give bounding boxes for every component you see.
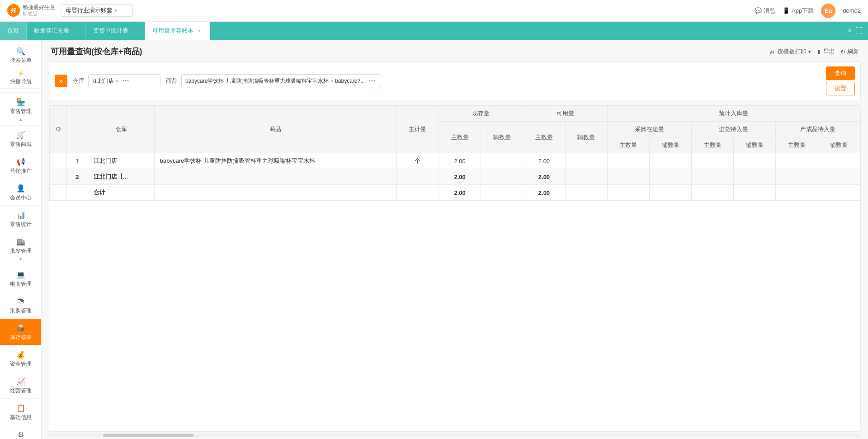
tfoot-unit: [396, 185, 439, 201]
data-table: ⚙ 仓库 商品 主计量 现存量: [49, 105, 860, 201]
sidebar-quick-nav-button[interactable]: ⚡ 快捷导航: [0, 68, 41, 89]
warehouse-value: 江北门店: [92, 77, 114, 85]
print-button[interactable]: 🖨 按模板打印 ▾: [769, 47, 811, 56]
td-stock-main: 2.00: [439, 153, 481, 169]
td-group-stock-main: 2.00: [439, 169, 481, 185]
sidebar-item-marketing-label: 营销推广: [10, 167, 32, 175]
marketing-icon: 📢: [16, 157, 25, 166]
warehouse-tag: 江北门店 ×: [92, 77, 118, 85]
sidebar-item-retail-stats[interactable]: 📊 零售统计: [0, 206, 41, 232]
filter-toggle-button[interactable]: »: [55, 75, 67, 87]
avatar[interactable]: Ea: [821, 4, 835, 18]
td-group-pur-main: [607, 169, 649, 185]
tfoot-stock-main: 2.00: [439, 185, 481, 201]
table-settings-icon[interactable]: ⚙: [55, 125, 61, 133]
scrollbar-thumb[interactable]: [103, 434, 193, 437]
th-inbound-aux: 辅数量: [734, 137, 776, 153]
sidebar-item-finance[interactable]: 💰 资金管理: [0, 345, 41, 372]
sidebar-search-button[interactable]: 🔍 搜索菜单: [0, 43, 41, 68]
sidebar-item-purchase-mgmt[interactable]: 🛍 采购管理: [0, 292, 41, 319]
td-group-pur-aux: [649, 169, 691, 185]
td-group-product-main: [776, 169, 818, 185]
product-tag-1: babycare学饮杯 儿童防摔防撞吸管杯重力球吸嘴杯宝宝水杯 ×: [185, 77, 333, 85]
th-stock-main: 主数量: [439, 122, 481, 153]
app-download-button[interactable]: 📱 App下载: [783, 7, 814, 15]
setting-button[interactable]: 设置: [826, 82, 855, 95]
retail-mall-icon: 🛒: [16, 130, 25, 139]
td-group-avail-main: 2.00: [523, 169, 565, 185]
warehouse-more-btn[interactable]: ···: [120, 76, 131, 86]
product-label: 商品: [166, 77, 178, 85]
td-pur-transit-main: [607, 153, 649, 169]
export-button[interactable]: ⬆ 导出: [816, 47, 835, 56]
sidebar-item-basic-info[interactable]: 📋 基础信息: [0, 399, 41, 425]
sidebar-item-ecommerce[interactable]: 💻 电商管理: [0, 265, 41, 292]
warehouse-input[interactable]: 江北门店 × ···: [88, 74, 160, 88]
industry-select[interactable]: 母婴行业演示账套 ▾: [61, 4, 133, 17]
avatar-text: Ea: [825, 7, 832, 14]
tab-receive-summary[interactable]: 收发存汇总表 ×: [27, 22, 86, 40]
product-more-btn[interactable]: ···: [367, 76, 377, 86]
logo-icon: 好: [7, 4, 20, 17]
export-label: 导出: [823, 47, 835, 56]
sidebar-item-system-mgmt[interactable]: ⚙ 系统管理: [0, 425, 41, 439]
query-button[interactable]: 查询: [826, 66, 855, 80]
tab-fullscreen-button[interactable]: ⛶: [855, 27, 863, 35]
download-icon: 📱: [783, 7, 790, 14]
sidebar-item-retail-mgmt[interactable]: 🏪 零售管理 ▲: [0, 93, 41, 126]
tab-order-stats[interactable]: 要货单统计表 ×: [86, 22, 145, 40]
product-tag-1-close[interactable]: ×: [330, 78, 333, 84]
th-product-aux: 辅数量: [818, 137, 860, 153]
filter-button-group: 查询 设置: [826, 66, 855, 95]
tab-order-stats-close[interactable]: ×: [131, 28, 137, 34]
td-group-settings: [50, 169, 67, 185]
th-settings: ⚙: [50, 106, 67, 153]
tfoot-inbound-main: [692, 185, 734, 201]
sidebar-item-member-center[interactable]: 👤 会员中心: [0, 179, 41, 206]
sidebar-item-inventory[interactable]: 📦 库存核算: [0, 319, 41, 345]
tfoot-avail-aux: [565, 185, 607, 201]
tab-close-all-button[interactable]: ×: [848, 27, 852, 35]
sidebar-item-member-center-label: 会员中心: [10, 194, 32, 202]
th-main-unit: 主计量: [396, 106, 439, 153]
logo-text-group: 畅捷通好生意 标准版: [23, 4, 55, 17]
horizontal-scrollbar[interactable]: [49, 434, 861, 437]
sidebar-item-basic-info-label: 基础信息: [10, 414, 32, 421]
sidebar-item-retail-mall[interactable]: 🛒 零售商城: [0, 126, 41, 152]
warehouse-tag-close[interactable]: ×: [116, 78, 118, 84]
tab-home[interactable]: 首页: [0, 22, 27, 40]
ecommerce-icon: 💻: [16, 270, 25, 279]
product-value-1: babycare学饮杯 儿童防摔防撞吸管杯重力球吸嘴杯宝宝水杯: [185, 77, 329, 85]
operations-icon: 📈: [16, 377, 25, 386]
sidebar-item-operations[interactable]: 📈 经营管理: [0, 372, 41, 399]
product-input[interactable]: babycare学饮杯 儿童防摔防撞吸管杯重力球吸嘴杯宝宝水杯 × babyca…: [181, 74, 381, 88]
tfoot-stock-aux: [481, 185, 523, 201]
sidebar-item-wholesale-mgmt-label: 批发管理: [10, 247, 32, 255]
tfoot-pur-aux: [649, 185, 691, 201]
industry-label: 母婴行业演示账套: [66, 6, 113, 14]
tfoot-product-main: [776, 185, 818, 201]
td-group-product-aux: [818, 169, 860, 185]
tab-available-inventory-close[interactable]: ×: [196, 28, 203, 34]
th-pur-main: 主数量: [607, 137, 649, 153]
member-center-icon: 👤: [16, 184, 25, 193]
table-row: 1 江北门店 babycare学饮杯 儿童防摔防撞吸管杯重力球吸嘴杯宝宝水杯 个…: [50, 153, 860, 169]
td-group-unit: [396, 169, 439, 185]
sidebar-item-marketing[interactable]: 📢 营销推广: [0, 152, 41, 179]
message-icon: 💬: [755, 7, 762, 14]
tfoot-index: [67, 185, 88, 201]
tab-receive-summary-close[interactable]: ×: [72, 28, 78, 34]
logo: 好 畅捷通好生意 标准版: [7, 4, 55, 17]
message-button[interactable]: 💬 消息: [755, 7, 775, 15]
tab-available-inventory[interactable]: 可用量库存账本 ×: [145, 22, 210, 40]
purchase-mgmt-icon: 🛍: [16, 297, 25, 306]
sidebar-item-wholesale-mgmt[interactable]: 🏬 批发管理 ▼: [0, 232, 41, 265]
refresh-button[interactable]: ↻ 刷新: [840, 47, 859, 56]
td-group-avail-aux: [565, 169, 607, 185]
print-icon: 🖨: [769, 48, 775, 55]
td-index: 1: [67, 153, 88, 169]
td-inbound-aux: [734, 153, 776, 169]
th-available: 可用量: [523, 106, 607, 122]
home-label: 首页: [7, 27, 19, 35]
tfoot-avail-main: 2.00: [523, 185, 565, 201]
